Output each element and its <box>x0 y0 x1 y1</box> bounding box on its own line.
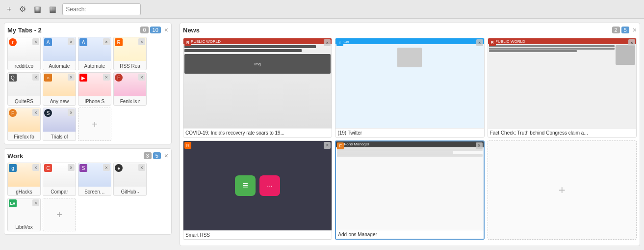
work-tab-close-btn[interactable]: × <box>103 164 110 171</box>
news-card-favicon: R <box>184 142 191 149</box>
news-card-close-btn[interactable]: × <box>324 142 331 149</box>
toolbar: + ⚙ ▦ ▦ <box>0 0 644 19</box>
work-tab-close-btn[interactable]: × <box>32 164 39 171</box>
work-tab-label: Compar <box>43 189 76 194</box>
news-card[interactable]: REPUBLIC WORLD R × Fact Check: Truth beh… <box>488 38 637 138</box>
work-badge-total: 5 <box>153 152 161 159</box>
work-tab-close-btn[interactable]: × <box>138 164 145 171</box>
news-card-label: Add-ons Manager <box>336 230 483 239</box>
tab-label: Any new <box>43 99 76 104</box>
tab-item[interactable]: A × Automate <box>43 37 76 70</box>
news-card-label: Fact Check: Truth behind Congress claim … <box>488 128 636 137</box>
tab-item[interactable]: F × Firefox fo <box>7 108 41 141</box>
news-card-label: COVID-19: India's recovery rate soars to… <box>183 128 332 137</box>
news-card-thumb: Twitter t × <box>335 38 484 128</box>
tab-favicon: A <box>79 38 87 46</box>
tab-close-btn[interactable]: × <box>68 74 75 81</box>
my-tabs-badges: 0 10 × <box>140 26 168 34</box>
work-tab-close-btn[interactable]: × <box>68 164 75 171</box>
work-close-btn[interactable]: × <box>164 152 168 160</box>
tab-label: Automate <box>78 63 111 69</box>
work-tab-label: LibriVox <box>8 224 40 230</box>
tab-label: Firefox fo <box>8 134 40 139</box>
news-card[interactable]: REPUBLIC WORLD img R × COVID-19: India's… <box>183 38 332 138</box>
work-tab-label: Screen… <box>78 189 111 194</box>
news-card-close-btn[interactable]: × <box>324 39 331 46</box>
news-header: News 2 5 × <box>183 26 637 34</box>
tab-favicon: Q <box>9 74 17 82</box>
search-input[interactable] <box>62 3 141 15</box>
tab-close-btn[interactable]: × <box>103 74 110 81</box>
news-card-close-btn[interactable]: × <box>628 39 635 46</box>
tab-item[interactable]: F × Fenix is r <box>113 72 147 106</box>
grid-icon-1[interactable]: ▦ <box>32 3 43 15</box>
grid-icon-2[interactable]: ▦ <box>47 3 58 15</box>
right-panel: News 2 5 × REPUBLIC WORLD i <box>176 19 644 250</box>
tab-close-btn[interactable]: × <box>32 38 39 45</box>
work-tab-item[interactable]: S × Screen… <box>78 163 111 196</box>
news-card-label: Smart RSS <box>183 230 332 239</box>
tab-item[interactable]: R × RSS Rea <box>113 37 147 70</box>
main-layout: My Tabs - 2 0 10 × r × reddit.co A × Aut… <box>0 19 644 250</box>
tab-close-btn[interactable]: × <box>103 38 110 45</box>
work-tabs-add-btn[interactable]: + <box>43 198 76 231</box>
tab-close-btn[interactable]: × <box>68 38 75 45</box>
tab-favicon: r <box>9 38 17 46</box>
my-tabs-header: My Tabs - 2 0 10 × <box>7 26 168 34</box>
work-tab-item[interactable]: C × Compar <box>43 163 76 196</box>
work-tab-item[interactable]: ● × GitHub - <box>113 163 147 196</box>
work-tab-label: gHacks <box>8 189 40 194</box>
gear-icon[interactable]: ⚙ <box>17 3 28 15</box>
tab-close-btn[interactable]: × <box>32 74 39 81</box>
tab-label: Trials of <box>43 134 76 139</box>
work-tab-item[interactable]: g × gHacks <box>7 163 41 196</box>
news-badge-total: 5 <box>621 27 629 33</box>
add-icon[interactable]: + <box>5 4 13 15</box>
thumb-republic: REPUBLIC WORLD img <box>183 38 332 128</box>
news-card[interactable]: Twitter t × (19) Twitter <box>335 38 484 138</box>
work-badges: 3 5 × <box>144 152 168 160</box>
my-tabs-add-btn[interactable]: + <box>78 108 111 141</box>
tab-item[interactable]: S × Trials of <box>43 108 76 141</box>
tab-favicon: F <box>115 74 123 82</box>
work-badge-count: 3 <box>144 152 152 159</box>
tab-close-btn[interactable]: × <box>138 74 145 81</box>
work-tab-item[interactable]: LV × LibriVox <box>7 198 41 231</box>
news-card-thumb: Add-ons Manager F × <box>336 141 483 230</box>
my-tabs-grid: r × reddit.co A × Automate A × Automate … <box>7 37 168 141</box>
work-tab-close-btn[interactable]: × <box>32 199 39 206</box>
tab-close-btn[interactable]: × <box>68 109 75 116</box>
work-tab-favicon: ● <box>115 164 123 172</box>
news-add-card[interactable]: + <box>488 140 637 240</box>
tab-close-btn[interactable]: × <box>32 109 39 116</box>
tab-item[interactable]: Q × QuiteRS <box>7 72 41 106</box>
tab-label: QuiteRS <box>8 99 40 104</box>
news-grid: REPUBLIC WORLD img R × COVID-19: India's… <box>183 38 637 240</box>
news-card-close-btn[interactable]: × <box>476 39 483 46</box>
tab-item[interactable]: ▶ × iPhone S <box>78 72 111 106</box>
thumb-twitter: Twitter <box>335 38 484 128</box>
news-card-close-btn[interactable]: × <box>476 142 483 149</box>
tab-item[interactable]: ○ × Any new <box>43 72 76 106</box>
work-tab-label: GitHub - <box>114 189 146 194</box>
news-card-thumb: REPUBLIC WORLD R × <box>488 38 636 128</box>
tab-label: reddit.co <box>8 63 40 69</box>
tab-favicon: R <box>115 38 123 46</box>
work-tab-favicon: S <box>79 164 87 172</box>
news-card-favicon: R <box>489 39 496 46</box>
my-tabs-close-btn[interactable]: × <box>164 26 168 34</box>
news-card[interactable]: ≡ ··· R × Smart RSS <box>183 140 332 240</box>
my-tabs-title: My Tabs - 2 <box>7 27 42 34</box>
my-tabs-group: My Tabs - 2 0 10 × r × reddit.co A × Aut… <box>4 23 172 144</box>
work-tab-favicon: LV <box>9 199 17 207</box>
tab-favicon: A <box>44 38 52 46</box>
news-close-btn[interactable]: × <box>633 26 637 34</box>
tab-close-btn[interactable]: × <box>138 38 145 45</box>
news-card[interactable]: Add-ons Manager F × Add-ons Manager <box>335 140 484 240</box>
tab-item[interactable]: A × Automate <box>78 37 111 70</box>
tab-label: RSS Rea <box>114 63 146 69</box>
tab-label: Fenix is r <box>114 99 146 104</box>
tab-item[interactable]: r × reddit.co <box>7 37 41 70</box>
news-card-favicon: t <box>336 39 343 46</box>
news-container: News 2 5 × REPUBLIC WORLD i <box>180 23 640 246</box>
